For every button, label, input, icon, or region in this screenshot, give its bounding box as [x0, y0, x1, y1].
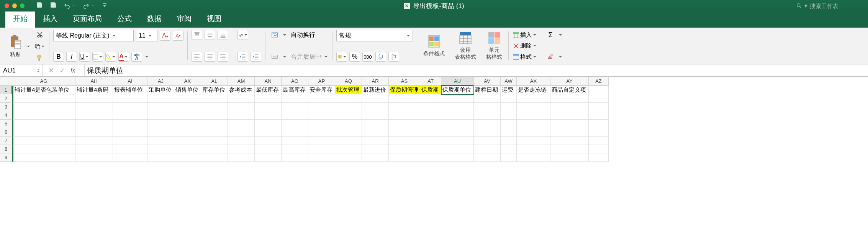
cell[interactable]: [474, 128, 501, 137]
cell[interactable]: [255, 94, 282, 103]
clear-button[interactable]: [545, 52, 556, 62]
cell[interactable]: [228, 137, 255, 145]
cell[interactable]: [362, 94, 389, 103]
cell[interactable]: 销售单位: [174, 86, 201, 94]
format-painter-button[interactable]: [34, 53, 45, 63]
cell[interactable]: [517, 145, 550, 153]
cell[interactable]: [147, 128, 174, 137]
column-header[interactable]: AH: [75, 77, 113, 86]
conditional-formatting-button[interactable]: 条件格式: [421, 34, 447, 58]
column-header[interactable]: AG: [12, 77, 75, 86]
cell[interactable]: 是否走冻链: [517, 86, 550, 94]
cell[interactable]: [308, 103, 335, 111]
delete-cells-button[interactable]: 删除: [520, 42, 532, 49]
cell[interactable]: [174, 103, 201, 111]
cell[interactable]: [589, 153, 609, 162]
cell[interactable]: [282, 128, 308, 137]
column-header[interactable]: AK: [174, 77, 201, 86]
cell[interactable]: [282, 145, 308, 153]
tab-insert[interactable]: 插入: [35, 10, 65, 28]
cell[interactable]: [308, 137, 335, 145]
cell[interactable]: [362, 120, 389, 128]
cell[interactable]: [308, 153, 335, 162]
select-all-corner[interactable]: [0, 77, 12, 86]
cell[interactable]: [474, 120, 501, 128]
paste-dropdown[interactable]: [26, 41, 31, 51]
wrap-text-dropdown[interactable]: [282, 30, 287, 40]
cell[interactable]: [589, 128, 609, 137]
cell[interactable]: [201, 103, 228, 111]
column-header[interactable]: AX: [517, 77, 550, 86]
copy-button[interactable]: [34, 41, 45, 51]
cell[interactable]: [75, 103, 113, 111]
cell[interactable]: [501, 103, 517, 111]
cell[interactable]: [517, 137, 550, 145]
cell[interactable]: [474, 103, 501, 111]
cell[interactable]: [255, 120, 282, 128]
column-header[interactable]: AV: [474, 77, 501, 86]
font-color-button[interactable]: A: [118, 52, 129, 62]
decrease-indent-button[interactable]: [237, 52, 248, 62]
autosum-button[interactable]: Σ: [545, 30, 556, 40]
cell[interactable]: [12, 94, 75, 103]
format-cells-button[interactable]: 格式: [520, 53, 532, 61]
cell[interactable]: [255, 111, 282, 120]
cell[interactable]: [113, 128, 147, 137]
cell[interactable]: [501, 153, 517, 162]
column-header[interactable]: AW: [501, 77, 517, 86]
close-window-button[interactable]: [5, 3, 9, 8]
increase-font-button[interactable]: A▴: [160, 31, 170, 41]
tab-view[interactable]: 视图: [199, 10, 229, 28]
cell[interactable]: [201, 111, 228, 120]
increase-decimal-button[interactable]: .0.00: [375, 52, 386, 62]
cell[interactable]: [228, 128, 255, 137]
cell[interactable]: 最新进价: [362, 86, 389, 94]
cell[interactable]: [420, 137, 441, 145]
accounting-format-button[interactable]: [336, 52, 347, 62]
column-header[interactable]: AJ: [147, 77, 174, 86]
cell[interactable]: 建档日期: [474, 86, 501, 94]
row-header[interactable]: 8: [0, 145, 12, 153]
border-button[interactable]: [92, 52, 103, 62]
cell[interactable]: 运费: [501, 86, 517, 94]
cell[interactable]: [255, 103, 282, 111]
cell[interactable]: [420, 153, 441, 162]
cell[interactable]: [335, 128, 362, 137]
cell[interactable]: [389, 94, 420, 103]
merge-center-icon[interactable]: [269, 52, 280, 62]
cell[interactable]: [282, 137, 308, 145]
cell[interactable]: [335, 103, 362, 111]
cell[interactable]: [335, 120, 362, 128]
undo-icon[interactable]: [64, 1, 76, 11]
cell[interactable]: [282, 153, 308, 162]
cell[interactable]: 保质期管理: [389, 86, 420, 94]
maximize-window-button[interactable]: [20, 3, 25, 8]
cell[interactable]: [113, 153, 147, 162]
row-header[interactable]: 1: [0, 86, 12, 94]
phonetic-dropdown[interactable]: [144, 52, 149, 62]
cell[interactable]: 商品自定义项: [550, 86, 589, 94]
cell[interactable]: [517, 111, 550, 120]
merge-center-dropdown[interactable]: [282, 52, 287, 62]
cell[interactable]: [174, 128, 201, 137]
comma-style-button[interactable]: 000: [362, 52, 373, 62]
cell[interactable]: [147, 120, 174, 128]
cut-button[interactable]: [34, 30, 45, 40]
cell[interactable]: [308, 111, 335, 120]
column-header[interactable]: AY: [550, 77, 589, 86]
cell[interactable]: [362, 137, 389, 145]
cell[interactable]: [201, 153, 228, 162]
cell[interactable]: [362, 111, 389, 120]
cell[interactable]: [389, 111, 420, 120]
cell[interactable]: [335, 137, 362, 145]
cell[interactable]: [201, 128, 228, 137]
column-header[interactable]: AU: [441, 77, 474, 86]
cell[interactable]: [589, 137, 609, 145]
cell[interactable]: [113, 145, 147, 153]
increase-indent-button[interactable]: [251, 52, 261, 62]
cell[interactable]: [441, 111, 474, 120]
decrease-decimal-button[interactable]: .00.0: [388, 52, 399, 62]
cell[interactable]: [501, 94, 517, 103]
align-top-button[interactable]: [192, 30, 202, 40]
align-bottom-button[interactable]: [218, 30, 228, 40]
